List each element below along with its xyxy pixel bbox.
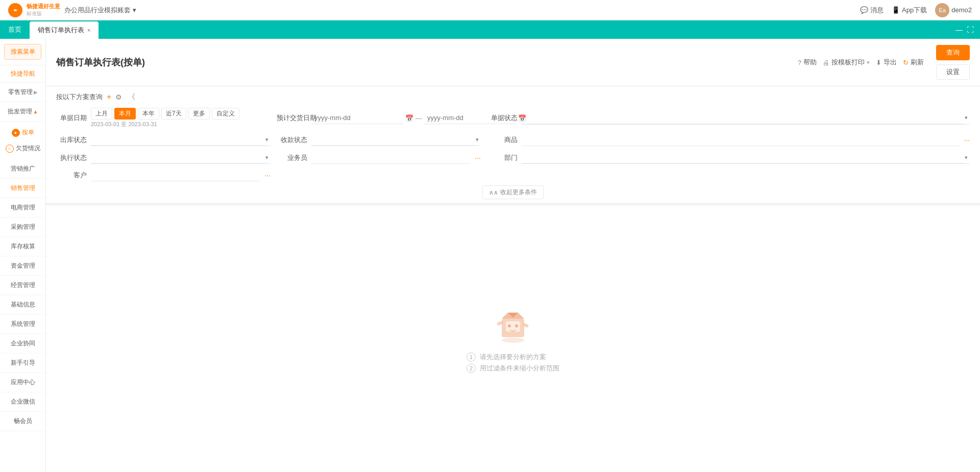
- company-selector[interactable]: 办公用品行业模拟账套 ▾: [64, 6, 136, 15]
- sidebar-item-purchase[interactable]: 采购管理: [0, 218, 45, 237]
- logo-icon: [8, 3, 22, 17]
- expected-date-from[interactable]: [311, 112, 403, 124]
- page-title: 销售订单执行表(按单): [56, 56, 145, 68]
- filter-row-3: 执行状态 ▾ 业务员 ··· 部门: [56, 151, 970, 164]
- help-icon: ?: [798, 59, 801, 66]
- dept-chevron-icon[interactable]: ▾: [965, 154, 970, 161]
- collapse-button[interactable]: ∧∧ 收起更多条件: [482, 185, 544, 199]
- print-icon: 🖨: [823, 59, 829, 66]
- dept-label: 部门: [487, 153, 518, 162]
- svg-point-5: [515, 324, 518, 327]
- tag-7days[interactable]: 近7天: [161, 108, 186, 120]
- sidebar-item-retail[interactable]: 零售管理 ▶: [0, 83, 45, 102]
- customer-more-icon[interactable]: ···: [264, 171, 271, 179]
- export-icon: ⬇: [876, 59, 881, 66]
- sidebar-item-inventory[interactable]: 库存核算: [0, 237, 45, 256]
- filter-collapse-icon[interactable]: 《: [128, 92, 135, 102]
- delivery-status-chevron-icon[interactable]: ▾: [265, 136, 271, 143]
- sidebar-item-sales[interactable]: 销售管理: [0, 179, 45, 198]
- salesperson-more-icon[interactable]: ···: [475, 154, 481, 162]
- sidebar-item-ecommerce[interactable]: 电商管理: [0, 198, 45, 218]
- empty-tip-1: 1 请先选择要分析的方案: [467, 352, 559, 362]
- subitem-label: 按单: [22, 128, 34, 137]
- search-menu-btn[interactable]: 搜索菜单: [4, 44, 41, 60]
- order-status-chevron-icon[interactable]: ▾: [965, 114, 970, 121]
- exec-status-chevron-icon[interactable]: ▾: [265, 154, 271, 161]
- filter-rows: 单据日期 上月 本月 本年 近7天 更多 自定义 2023-03-01 至 20…: [56, 108, 970, 181]
- maximize-icon[interactable]: ⛶: [967, 26, 974, 34]
- refresh-btn[interactable]: ↻ 刷新: [903, 58, 924, 67]
- date-tag-buttons: 上月 本月 本年 近7天 更多 自定义: [91, 108, 271, 120]
- message-btn[interactable]: 💬 消息: [860, 6, 884, 15]
- empty-area: 1 请先选择要分析的方案 2 用过滤条件来缩小分析范围: [46, 206, 980, 472]
- date-label: 单据日期: [56, 113, 87, 123]
- nav-tabs: 首页 销售订单执行表 × — ⛶: [0, 20, 980, 39]
- app-download-btn[interactable]: 📱 App下载: [892, 6, 927, 15]
- tag-more[interactable]: 更多: [188, 108, 210, 120]
- salesperson-input[interactable]: [311, 152, 471, 164]
- expected-date-label: 预计交货日期: [277, 113, 307, 123]
- tag-custom[interactable]: 自定义: [212, 108, 239, 120]
- date-hint: 2023-03-01 至 2023-03-31: [91, 121, 271, 128]
- tab-close-icon[interactable]: ×: [87, 27, 90, 33]
- tab-sales-order[interactable]: 销售订单执行表 ×: [30, 21, 99, 39]
- sidebar-item-wechat[interactable]: 企业微信: [0, 392, 45, 412]
- print-btn[interactable]: 🖨 按模板打印 ▾: [823, 58, 870, 67]
- sidebar-item-finance[interactable]: 资金管理: [0, 256, 45, 276]
- customer-input[interactable]: [91, 169, 260, 181]
- filter-salesperson-field: 业务员 ···: [277, 152, 481, 164]
- receipt-status-input[interactable]: [311, 133, 476, 146]
- user-avatar-area[interactable]: Ea demo2: [935, 3, 972, 17]
- goods-more-icon[interactable]: ···: [964, 136, 970, 144]
- tag-this-year[interactable]: 本年: [138, 108, 159, 120]
- tab-home[interactable]: 首页: [0, 20, 30, 39]
- sidebar-item-system[interactable]: 系统管理: [0, 315, 45, 334]
- receipt-status-chevron-icon[interactable]: ▾: [476, 136, 481, 143]
- sidebar-item-marketing[interactable]: 营销推广: [0, 159, 45, 179]
- sidebar-item-apps[interactable]: 应用中心: [0, 373, 45, 392]
- delivery-status-input[interactable]: [91, 133, 265, 146]
- filter-order-status-field: 单据状态 ▾: [487, 112, 970, 125]
- sidebar-item-basic[interactable]: 基础信息: [0, 295, 45, 315]
- receipt-status-label: 收款状态: [277, 135, 307, 145]
- sidebar-item-wholesale[interactable]: 批发管理 ▲: [0, 102, 45, 122]
- tag-last-month[interactable]: 上月: [91, 108, 112, 120]
- export-btn[interactable]: ⬇ 导出: [876, 58, 897, 67]
- message-icon: 💬: [860, 6, 868, 14]
- sidebar-subitem-欠货情况[interactable]: ○ 欠货情况: [0, 140, 45, 156]
- header-right: 💬 消息 📱 App下载 Ea demo2: [860, 3, 972, 17]
- empty-illustration: [493, 303, 533, 344]
- delivery-status-label: 出库状态: [56, 135, 87, 145]
- filter-delivery-status-field: 出库状态 ▾: [56, 133, 271, 146]
- filter-receipt-status-field: 收款状态 ▾: [277, 133, 481, 146]
- goods-input[interactable]: [522, 134, 960, 146]
- calendar-icon-from[interactable]: 📅: [405, 114, 413, 122]
- settings-button[interactable]: 设置: [936, 64, 970, 80]
- filter-goods-field: 商品 ···: [487, 134, 970, 146]
- sidebar-item-member[interactable]: 畅会员: [0, 412, 45, 431]
- chevron-down-icon: ▲: [33, 109, 38, 114]
- sidebar-item-newbie[interactable]: 新手引导: [0, 353, 45, 373]
- filter-add-btn[interactable]: +: [107, 92, 111, 102]
- minimize-icon[interactable]: —: [955, 26, 963, 34]
- filter-section-header: 按以下方案查询 + ⚙ 《: [56, 92, 970, 102]
- filter-customer-field: 客户 ···: [56, 169, 271, 181]
- salesperson-label: 业务员: [277, 153, 307, 162]
- query-button[interactable]: 查询: [936, 45, 970, 60]
- sidebar-item-enterprise[interactable]: 企业协同: [0, 334, 45, 353]
- sidebar-subitem-按单[interactable]: ● 按单: [0, 125, 45, 140]
- dept-input[interactable]: [522, 151, 965, 163]
- nav-tabs-right: — ⛶: [955, 26, 980, 34]
- filter-expected-date-field: 预计交货日期 📅 — 📅: [277, 112, 481, 124]
- sidebar-item-operations[interactable]: 经营管理: [0, 276, 45, 295]
- filter-settings-icon[interactable]: ⚙: [115, 93, 122, 101]
- chevron-right-icon: ▶: [34, 89, 38, 95]
- order-status-input[interactable]: [522, 112, 965, 124]
- query-settings-col: 查询 设置: [930, 45, 970, 80]
- help-btn[interactable]: ? 帮助: [798, 58, 817, 67]
- exec-status-label: 执行状态: [56, 153, 87, 162]
- tag-this-month[interactable]: 本月: [114, 108, 136, 120]
- exec-status-input[interactable]: [91, 151, 265, 163]
- quick-nav-btn[interactable]: 快捷导航: [0, 65, 45, 83]
- filter-exec-status-field: 执行状态 ▾: [56, 151, 271, 164]
